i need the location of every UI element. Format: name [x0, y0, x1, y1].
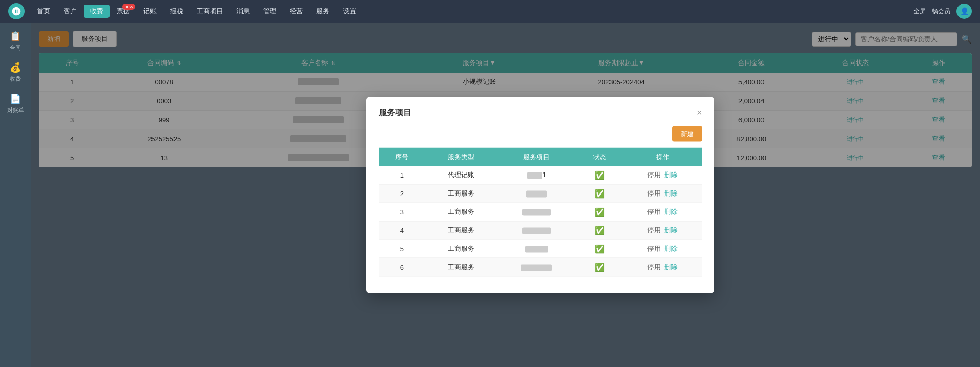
modal-cell-action[interactable]: 停用 删除 — [623, 276, 702, 281]
modal-cell-action[interactable]: 停用 删除 — [623, 258, 702, 276]
modal-table-row: 6 工商服务 ✅ 停用 删除 — [379, 258, 702, 276]
nav-item-settings[interactable]: 设置 — [337, 5, 362, 18]
modal-cell-seq: 3 — [379, 203, 426, 221]
sidebar-item-reconcile-label: 对账单 — [7, 106, 24, 114]
sidebar-item-reconcile[interactable]: 📄 对账单 — [2, 89, 29, 118]
nav-item-tax[interactable]: 报税 — [164, 5, 189, 18]
nav-item-home[interactable]: 首页 — [31, 5, 56, 18]
modal-table-row: 3 工商服务 ✅ 停用 删除 — [379, 203, 702, 221]
delete-button[interactable]: 删除 — [664, 226, 678, 235]
modal-table-row: 2 工商服务 ✅ 停用 删除 — [379, 184, 702, 203]
stop-button[interactable]: 停用 — [647, 170, 661, 180]
modal-table-row: 7 工商服务 ✅ 停用 删除 — [379, 276, 702, 281]
modal-cell-type: 工商服务 — [425, 221, 497, 240]
modal-toolbar: 新建 — [379, 126, 702, 141]
stop-button[interactable]: 停用 — [647, 207, 661, 217]
nav-item-service[interactable]: 服务 — [310, 5, 336, 18]
modal-col-action: 操作 — [623, 147, 702, 166]
nav-item-operation[interactable]: 经营 — [284, 5, 309, 18]
fee-icon: 💰 — [10, 62, 21, 73]
stop-button[interactable]: 停用 — [647, 263, 661, 272]
member-button[interactable]: 畅会员 — [932, 7, 950, 16]
status-check-icon: ✅ — [595, 170, 605, 179]
modal-cell-status: ✅ — [576, 166, 623, 184]
nav-item-business[interactable]: 工商项目 — [190, 5, 229, 18]
modal-cell-item — [497, 258, 576, 276]
fullscreen-button[interactable]: 全屏 — [913, 7, 926, 16]
modal-header: 服务项目 × — [379, 107, 702, 118]
stop-button[interactable]: 停用 — [647, 226, 661, 235]
modal-cell-type: 工商服务 — [425, 203, 497, 221]
status-check-icon: ✅ — [595, 244, 605, 253]
nav-item-message[interactable]: 消息 — [230, 5, 256, 18]
modal-cell-item — [497, 184, 576, 203]
modal-cell-type: 代理记账 — [425, 166, 497, 184]
modal-table: 序号 服务类型 服务项目 状态 操作 1 代理记账 1 ✅ 停用 删除 2 工商… — [379, 147, 702, 280]
modal-cell-type: 工商服务 — [425, 184, 497, 203]
modal-cell-seq: 2 — [379, 184, 426, 203]
nav-item-customer[interactable]: 客户 — [57, 5, 83, 18]
modal-cell-action[interactable]: 停用 删除 — [623, 166, 702, 184]
nav-item-manage[interactable]: 管理 — [257, 5, 282, 18]
avatar[interactable]: 👤 — [956, 4, 972, 19]
modal-table-row: 4 工商服务 ✅ 停用 删除 — [379, 221, 702, 240]
modal-cell-action[interactable]: 停用 删除 — [623, 184, 702, 203]
nav-item-invoice[interactable]: 票据new — [111, 5, 136, 18]
modal-col-type: 服务类型 — [425, 147, 497, 166]
sidebar-item-contract[interactable]: 📋 合同 — [2, 27, 29, 56]
modal-close-button[interactable]: × — [696, 107, 702, 118]
modal-cell-status: ✅ — [576, 276, 623, 281]
modal-title: 服务项目 — [379, 107, 411, 118]
delete-button[interactable]: 删除 — [664, 170, 678, 180]
top-navigation: 首页客户收费票据new记账报税工商项目消息管理经营服务设置 全屏 畅会员 👤 — [0, 0, 980, 23]
status-check-icon: ✅ — [595, 263, 605, 271]
sidebar-item-fee[interactable]: 💰 收费 — [2, 58, 29, 87]
status-check-icon: ✅ — [595, 226, 605, 234]
sidebar-item-contract-label: 合同 — [10, 44, 21, 52]
main-layout: 📋 合同 💰 收费 📄 对账单 新增 服务项目 进行中 已完成 已取消 🔍 — [0, 23, 980, 367]
modal-cell-seq: 1 — [379, 166, 426, 184]
modal-cell-seq: 7 — [379, 276, 426, 281]
delete-button[interactable]: 删除 — [664, 207, 678, 217]
reconcile-icon: 📄 — [10, 93, 21, 104]
modal-scroll-area[interactable]: 序号 服务类型 服务项目 状态 操作 1 代理记账 1 ✅ 停用 删除 2 工商… — [379, 147, 702, 280]
nav-items: 首页客户收费票据new记账报税工商项目消息管理经营服务设置 — [31, 5, 362, 18]
service-items-modal: 服务项目 × 新建 序号 服务类型 服务项目 状态 操作 — [366, 97, 714, 293]
stop-button[interactable]: 停用 — [647, 244, 661, 253]
modal-col-item: 服务项目 — [497, 147, 576, 166]
modal-cell-seq: 4 — [379, 221, 426, 240]
sidebar-item-fee-label: 收费 — [10, 75, 21, 83]
modal-cell-action[interactable]: 停用 删除 — [623, 203, 702, 221]
status-check-icon: ✅ — [595, 189, 605, 198]
modal-cell-action[interactable]: 停用 删除 — [623, 221, 702, 240]
stop-button[interactable]: 停用 — [647, 189, 661, 198]
modal-cell-status: ✅ — [576, 221, 623, 240]
content-area: 新增 服务项目 进行中 已完成 已取消 🔍 序号 合同编码 ⇅ 客户名称 ⇅ 服… — [31, 23, 980, 367]
nav-item-bookkeeping[interactable]: 记账 — [137, 5, 163, 18]
modal-cell-action[interactable]: 停用 删除 — [623, 240, 702, 258]
modal-cell-type: 工商服务 — [425, 258, 497, 276]
modal-cell-status: ✅ — [576, 240, 623, 258]
delete-button[interactable]: 删除 — [664, 263, 678, 272]
nav-right: 全屏 畅会员 👤 — [913, 4, 972, 19]
modal-cell-type: 工商服务 — [425, 276, 497, 281]
delete-button[interactable]: 删除 — [664, 189, 678, 198]
nav-item-fee[interactable]: 收费 — [84, 5, 110, 18]
modal-cell-status: ✅ — [576, 184, 623, 203]
sidebar: 📋 合同 💰 收费 📄 对账单 — [0, 23, 31, 367]
modal-cell-type: 工商服务 — [425, 240, 497, 258]
app-logo — [8, 3, 25, 19]
modal-cell-item: 1 — [497, 166, 576, 184]
modal-cell-status: ✅ — [576, 203, 623, 221]
modal-add-button[interactable]: 新建 — [672, 126, 702, 141]
modal-cell-seq: 5 — [379, 240, 426, 258]
modal-cell-item — [497, 203, 576, 221]
modal-table-row: 5 工商服务 ✅ 停用 删除 — [379, 240, 702, 258]
modal-cell-item — [497, 240, 576, 258]
contract-icon: 📋 — [10, 31, 21, 42]
modal-cell-item — [497, 221, 576, 240]
delete-button[interactable]: 删除 — [664, 244, 678, 253]
modal-table-row: 1 代理记账 1 ✅ 停用 删除 — [379, 166, 702, 184]
modal-cell-status: ✅ — [576, 258, 623, 276]
modal-cell-item — [497, 276, 576, 281]
